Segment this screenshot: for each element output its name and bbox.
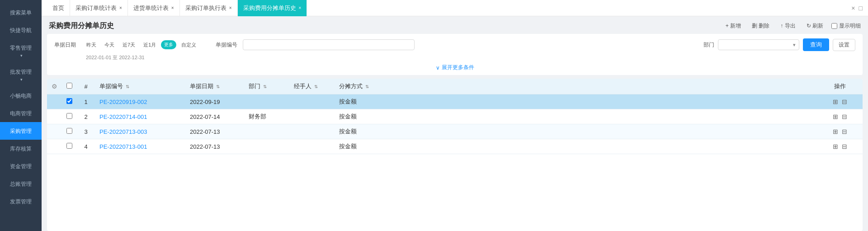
col-header-date: 单据日期 ⇅ (185, 79, 244, 94)
sidebar-item-search[interactable]: 搜索菜单 (0, 4, 42, 21)
detail-icon[interactable]: ⊟ (842, 143, 847, 150)
ops-icons: ⊞ ⊟ (822, 113, 858, 120)
row-ops: ⊞ ⊟ (817, 124, 863, 139)
tab-purchase-goods-stats[interactable]: 进货单统计表× (128, 0, 180, 16)
row-settings-cell (47, 94, 62, 109)
close-icon[interactable]: × (171, 0, 174, 16)
date-btn-7days[interactable]: 近7天 (119, 40, 138, 50)
edit-icon[interactable]: ⊞ (833, 113, 838, 120)
col-header-settings: ⚙ (47, 79, 62, 94)
row-person (289, 124, 335, 139)
export-button[interactable]: ↑ 导出 (778, 21, 798, 31)
date-btn-yesterday[interactable]: 昨天 (83, 40, 99, 50)
table-row[interactable]: 3 PE-20220713-003 2022-07-13 按金额 ⊞ ⊟ (47, 124, 863, 139)
dept-select-wrapper (718, 39, 799, 50)
dept-select[interactable] (718, 39, 799, 50)
sort-icon-doc[interactable]: ⇅ (126, 84, 129, 89)
col-doc-label: 单据编号 (99, 83, 123, 90)
filter-expand-row: ∨ 展开更多条件 (54, 63, 855, 72)
refresh-button[interactable]: ↻ 刷新 (804, 21, 826, 31)
row-doc-num: PE-20220713-001 (95, 139, 185, 154)
date-btn-custom[interactable]: 自定义 (178, 40, 199, 50)
expand-button[interactable]: ∨ 展开更多条件 (432, 63, 478, 72)
delete-button[interactable]: 删 删除 (749, 21, 772, 31)
row-dept: 财务部 (244, 109, 289, 124)
row-checkbox[interactable] (66, 128, 72, 134)
tab-bar: 首页采购订单统计表×进货单统计表×采购订单执行表×采购费用分摊单历史××□ (42, 0, 868, 16)
row-settings-cell (47, 124, 62, 139)
col-date-label: 单据日期 (190, 83, 213, 90)
date-btn-today[interactable]: 今天 (101, 40, 118, 50)
tab-purchase-cost-history[interactable]: 采购费用分摊单历史× (238, 0, 307, 16)
tab-label: 采购订单统计表 (75, 0, 117, 16)
maximize-icon[interactable]: □ (859, 5, 863, 12)
tab-label: 首页 (52, 0, 64, 16)
row-checkbox[interactable] (66, 143, 72, 149)
sidebar-item-mini-shop[interactable]: 小畅电商 (0, 87, 42, 104)
row-check-cell (62, 109, 77, 124)
edit-icon[interactable]: ⊞ (833, 98, 838, 105)
col-header-ops: 操作 (817, 79, 863, 94)
sidebar-item-purchase[interactable]: 采购管理 (0, 122, 42, 140)
show-cols-toggle[interactable]: 显示明细 (831, 22, 861, 30)
col-header-check (62, 79, 77, 94)
settings-button[interactable]: 设置 (833, 39, 855, 51)
sidebar-item-quick-nav[interactable]: 快捷导航 (0, 21, 42, 39)
sort-icon-split[interactable]: ⇅ (365, 84, 369, 89)
col-header-num: # (77, 79, 95, 94)
close-tab-icon[interactable]: × (851, 5, 855, 12)
row-date: 2022-07-13 (185, 139, 244, 154)
sidebar-item-wholesale[interactable]: 批发管理▾ (0, 63, 42, 87)
sidebar-item-ecommerce[interactable]: 电商管理 (0, 104, 42, 122)
sidebar-item-inventory[interactable]: 库存核算 (0, 140, 42, 157)
row-checkbox[interactable] (66, 98, 72, 104)
sort-icon-date[interactable]: ⇅ (216, 84, 220, 89)
select-all-checkbox[interactable] (66, 83, 72, 89)
sort-icon-dept[interactable]: ⇅ (263, 84, 267, 89)
tab-purchase-order-stats[interactable]: 采购订单统计表× (70, 0, 128, 16)
edit-icon[interactable]: ⊞ (833, 143, 838, 150)
row-dept (244, 94, 289, 109)
gear-icon[interactable]: ⚙ (52, 83, 57, 90)
query-button[interactable]: 查询 (803, 38, 829, 51)
date-btn-1month[interactable]: 近1月 (140, 40, 159, 50)
col-split-label: 分摊方式 (339, 83, 363, 90)
add-button[interactable]: + 新增 (723, 21, 744, 31)
detail-icon[interactable]: ⊟ (842, 128, 847, 135)
doc-num-link[interactable]: PE-20220714-001 (99, 113, 147, 120)
table-row[interactable]: 1 PE-20220919-002 2022-09-19 按金额 ⊞ ⊟ (47, 94, 863, 109)
sort-icon-person[interactable]: ⇅ (314, 84, 318, 89)
row-split-method: 按金额 (335, 94, 817, 109)
close-icon[interactable]: × (299, 0, 302, 16)
doc-num-input[interactable] (243, 39, 415, 50)
sidebar-item-invoice[interactable]: 发票管理 (0, 193, 42, 210)
sidebar-item-label: 发票管理 (2, 198, 40, 206)
date-btn-more[interactable]: 更多 (161, 40, 176, 49)
detail-icon[interactable]: ⊟ (842, 98, 847, 105)
show-cols-checkbox[interactable] (831, 23, 837, 29)
show-cols-label: 显示明细 (839, 22, 861, 30)
sidebar-item-ledger[interactable]: 总账管理 (0, 175, 42, 193)
doc-num-link[interactable]: PE-20220713-003 (99, 128, 147, 135)
sidebar-item-label: 快捷导航 (2, 27, 40, 34)
edit-icon[interactable]: ⊞ (833, 128, 838, 135)
doc-num-label: 单据编号 (216, 42, 237, 48)
sidebar-item-retail[interactable]: 零售管理▾ (0, 39, 42, 63)
doc-num-link[interactable]: PE-20220919-002 (99, 99, 147, 105)
sidebar-item-finance[interactable]: 资金管理 (0, 157, 42, 175)
col-header-person: 经手人 ⇅ (289, 79, 335, 94)
detail-icon[interactable]: ⊟ (842, 113, 847, 120)
dept-label: 部门 (703, 41, 714, 49)
tab-purchase-order-exec[interactable]: 采购订单执行表× (180, 0, 238, 16)
table-row[interactable]: 2 PE-20220714-001 2022-07-14 财务部 按金额 ⊞ ⊟ (47, 109, 863, 124)
tab-home[interactable]: 首页 (47, 0, 70, 16)
doc-num-link[interactable]: PE-20220713-001 (99, 143, 147, 150)
sidebar-item-label: 库存核算 (2, 145, 40, 153)
row-split-method: 按金额 (335, 109, 817, 124)
close-icon[interactable]: × (119, 0, 122, 16)
table-row[interactable]: 4 PE-20220713-001 2022-07-13 按金额 ⊞ ⊟ (47, 139, 863, 154)
date-range-display: 2022-01-01 至 2022-12-31 (54, 54, 855, 61)
sidebar-item-label: 电商管理 (2, 110, 40, 118)
row-checkbox[interactable] (66, 113, 72, 119)
close-icon[interactable]: × (229, 0, 232, 16)
